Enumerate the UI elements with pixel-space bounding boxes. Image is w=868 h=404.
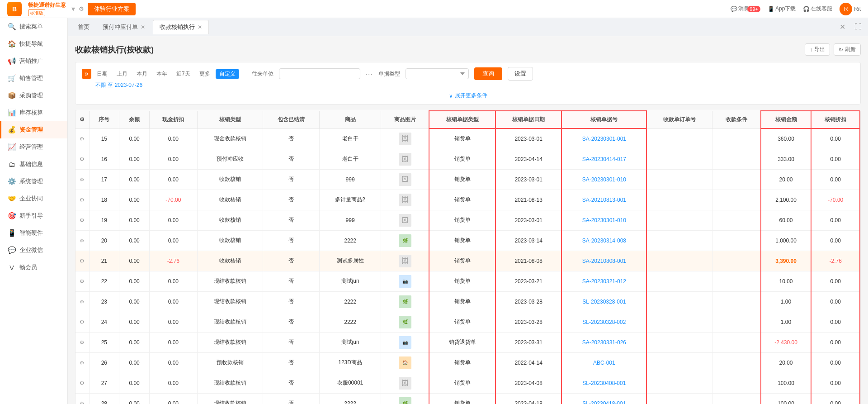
td-product: 2222 [320,291,381,312]
online-service-icon: 🎧 [803,6,810,12]
td-cash-discount: -2.76 [149,251,197,271]
product-image-building: 🏠 [399,356,411,369]
td-write-off-doc-no: SL-20230418-001 [561,393,646,404]
online-service-area[interactable]: 🎧 在线客服 [803,5,832,13]
td-write-off-doc-type: 销货单 [429,251,495,271]
date-btn-7days[interactable]: 近7天 [173,69,194,79]
product-image-placeholder: 🖼 [399,173,411,186]
doc-no-link[interactable]: SA-20230321-012 [582,278,626,285]
row-gear-icon[interactable]: ⚙ [80,278,85,285]
sidebar-item-member[interactable]: V畅会员 [0,259,67,276]
td-write-off-amount: 10.00 [761,271,811,291]
query-button[interactable]: 查询 [474,67,502,80]
app-download-area[interactable]: 📱 App下载 [768,5,796,13]
doc-no-link[interactable]: SA-20230301-010 [582,217,626,223]
doc-no-link[interactable]: SA-20230301-001 [582,136,626,142]
doc-no-link[interactable]: SA-20210808-001 [582,258,626,264]
sidebar-item-operations[interactable]: 📈经营管理 [0,138,67,156]
sidebar-item-guide[interactable]: 🎯新手引导 [0,207,67,224]
date-btn-more[interactable]: 更多 [196,69,214,79]
doc-no-link[interactable]: SA-20210813-001 [582,197,626,203]
td-receipt-order-no [646,190,712,210]
doc-no-link[interactable]: SL-20230418-001 [582,400,626,404]
th-num: 序号 [89,111,119,128]
doc-no-link[interactable]: SA-20230414-017 [582,156,626,162]
row-gear-icon[interactable]: ⚙ [80,319,85,325]
tab-close-all-icon[interactable]: ✕ [837,22,848,32]
td-receipt-condition [712,149,761,169]
tab-prepay-close[interactable]: ✕ [141,24,145,30]
sidebar-item-search[interactable]: 🔍搜索菜单 [0,18,67,35]
row-gear-icon[interactable]: ⚙ [80,299,85,305]
sidebar-item-finance[interactable]: 💰资金管理 [0,121,67,138]
row-gear-icon[interactable]: ⚙ [80,258,85,264]
settings-icon[interactable]: ⚙ [79,5,84,12]
doc-no-link[interactable]: SA-20230301-010 [582,176,626,183]
doc-no-link[interactable]: SL-20230408-001 [582,380,626,386]
online-service-label: 在线客服 [811,5,832,13]
doc-no-link[interactable]: ABC-001 [593,360,615,366]
tab-prepay-label: 预付冲应付单 [103,23,138,31]
industry-btn[interactable]: 体验行业方案 [88,3,136,15]
sidebar-item-inventory[interactable]: 📊库存核算 [0,104,67,121]
expand-conditions-btn[interactable]: ∨ 展开更多条件 [449,92,487,100]
row-gear-icon[interactable]: ⚙ [80,380,85,386]
sidebar-item-label-operations: 经营管理 [19,143,43,151]
doc-no-link[interactable]: SL-20230328-001 [582,299,626,305]
filter-collapse-btn[interactable]: » [82,69,91,79]
row-gear-icon[interactable]: ⚙ [80,197,85,203]
row-gear-icon[interactable]: ⚙ [80,217,85,223]
settings-button[interactable]: 设置 [508,67,533,81]
sidebar-item-basic-info[interactable]: 🗂基础信息 [0,156,67,173]
tab-home[interactable]: 首页 [71,20,96,34]
doc-type-select[interactable] [406,68,469,79]
td-balance: 0.00 [119,271,150,291]
dropdown-icon[interactable]: ▾ [71,5,75,13]
td-receipt-order-no [646,169,712,190]
date-btn-custom[interactable]: 自定义 [216,69,239,79]
sidebar-item-wechat[interactable]: 💬企业微信 [0,242,67,259]
td-write-off-doc-type: 销货单 [429,352,495,373]
date-btn-last-month[interactable]: 上月 [113,69,131,79]
sidebar-item-label-marketing: 营销推广 [19,57,43,65]
export-button[interactable]: ↑ 导出 [805,43,830,56]
filter-dots[interactable]: ··· [366,71,373,77]
product-image-green: 🌿 [399,397,411,404]
date-btn-this-year[interactable]: 本年 [153,69,171,79]
tab-prepay[interactable]: 预付冲应付单 ✕ [96,20,152,34]
message-area[interactable]: 💬 消息 99+ [731,5,760,13]
export-icon: ↑ [810,47,812,53]
doc-no-link[interactable]: SA-20230331-026 [582,339,626,346]
refresh-button[interactable]: ↻ 刷新 [834,43,861,56]
row-gear-icon[interactable]: ⚙ [80,238,85,244]
td-write-off-doc-type: 销货单 [429,128,495,149]
td-receipt-order-no [646,149,712,169]
counterparty-input[interactable] [279,68,360,79]
sidebar-item-sales[interactable]: 🛒销售管理 [0,70,67,87]
sidebar-item-label-member: 畅会员 [19,263,37,271]
user-avatar[interactable]: R Rit [840,3,861,15]
tab-receivable[interactable]: 收款核销执行 ✕ [153,20,209,34]
sidebar-item-quick-nav[interactable]: 🏠快捷导航 [0,35,67,52]
sidebar-item-system[interactable]: ⚙️系统管理 [0,173,67,190]
row-gear-icon[interactable]: ⚙ [80,360,85,366]
row-gear-icon[interactable]: ⚙ [80,136,85,142]
sidebar-item-hardware[interactable]: 📱智能硬件 [0,224,67,242]
date-btn-this-month[interactable]: 本月 [133,69,151,79]
row-gear-icon[interactable]: ⚙ [80,339,85,346]
table-row: ⚙ 20 0.00 0.00 收款核销 否 2222 🌿 销货单 2023-03… [75,230,860,251]
row-gear-icon[interactable]: ⚙ [80,176,85,183]
row-gear-icon[interactable]: ⚙ [80,400,85,404]
sidebar-item-enterprise[interactable]: 🤝企业协同 [0,190,67,207]
td-included-cleared: 否 [263,332,319,352]
sidebar-item-purchase[interactable]: 📦采购管理 [0,87,67,104]
doc-no-link[interactable]: SL-20230328-002 [582,319,626,325]
tab-expand-icon[interactable]: ⛶ [852,22,864,32]
doc-no-link[interactable]: SA-20230314-008 [582,238,626,244]
sidebar-item-marketing[interactable]: 📢营销推广 [0,52,67,70]
td-cash-discount: 0.00 [149,149,197,169]
tab-receivable-close[interactable]: ✕ [198,24,202,30]
td-receipt-condition [712,352,761,373]
row-gear-icon[interactable]: ⚙ [80,156,85,162]
member-icon: V [8,264,16,271]
